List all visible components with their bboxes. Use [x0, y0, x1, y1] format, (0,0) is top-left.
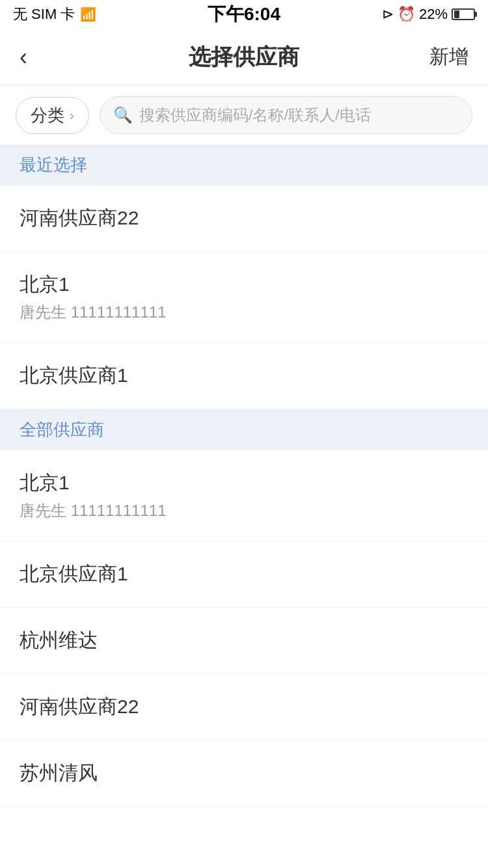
page-title: 选择供应商 — [189, 42, 299, 72]
supplier-name: 北京供应商1 — [20, 362, 468, 389]
supplier-name: 北京供应商1 — [20, 561, 468, 588]
recent-section-header: 最近选择 — [0, 144, 488, 185]
supplier-name: 苏州清风 — [20, 760, 468, 787]
supplier-name: 北京1 — [20, 271, 468, 298]
status-time: 下午6:04 — [208, 2, 280, 27]
supplier-name: 河南供应商22 — [20, 694, 468, 720]
supplier-name: 河南供应商22 — [20, 205, 468, 232]
status-left: 无 SIM 卡 📶 — [13, 5, 96, 24]
status-bar: 无 SIM 卡 📶 下午6:04 ⊳ ⏰ 22% — [0, 0, 488, 29]
all-section-title: 全部供应商 — [20, 420, 104, 439]
no-sim-text: 无 SIM 卡 — [13, 5, 75, 24]
search-box[interactable]: 🔍 搜索供应商编码/名称/联系人/电话 — [100, 96, 472, 134]
recent-section-title: 最近选择 — [20, 155, 87, 174]
location-icon: ⊳ — [382, 6, 394, 23]
nav-bar: ‹ 选择供应商 新增 — [0, 29, 488, 86]
add-button[interactable]: 新增 — [429, 44, 468, 70]
search-icon: 🔍 — [113, 106, 133, 124]
chevron-right-icon: › — [70, 108, 74, 123]
all-section-header: 全部供应商 — [0, 409, 488, 450]
battery-text: 22% — [419, 6, 448, 23]
supplier-contact: 唐先生 11111111111 — [20, 500, 468, 521]
list-item[interactable]: 河南供应商22 — [0, 185, 488, 252]
category-label: 分类 — [31, 104, 64, 127]
supplier-contact: 唐先生 11111111111 — [20, 302, 468, 323]
list-item[interactable]: 北京供应商1 — [0, 343, 488, 409]
list-item[interactable]: 北京1唐先生 11111111111 — [0, 252, 488, 343]
alarm-icon: ⏰ — [398, 6, 415, 23]
filter-bar: 分类 › 🔍 搜索供应商编码/名称/联系人/电话 — [0, 86, 488, 144]
back-button[interactable]: ‹ — [13, 37, 34, 77]
all-supplier-list: 北京1唐先生 11111111111北京供应商1杭州维达河南供应商22苏州清风 — [0, 450, 488, 807]
list-item[interactable]: 河南供应商22 — [0, 674, 488, 740]
list-item[interactable]: 苏州清风 — [0, 740, 488, 807]
category-button[interactable]: 分类 › — [16, 97, 89, 134]
list-item[interactable]: 北京供应商1 — [0, 541, 488, 608]
supplier-name: 北京1 — [20, 470, 468, 496]
supplier-name: 杭州维达 — [20, 627, 468, 654]
search-placeholder: 搜索供应商编码/名称/联系人/电话 — [139, 105, 371, 126]
recent-supplier-list: 河南供应商22北京1唐先生 11111111111北京供应商1 — [0, 185, 488, 409]
list-item[interactable]: 北京1唐先生 11111111111 — [0, 450, 488, 541]
wifi-icon: 📶 — [80, 7, 96, 22]
status-right: ⊳ ⏰ 22% — [382, 6, 475, 23]
list-item[interactable]: 杭州维达 — [0, 608, 488, 674]
